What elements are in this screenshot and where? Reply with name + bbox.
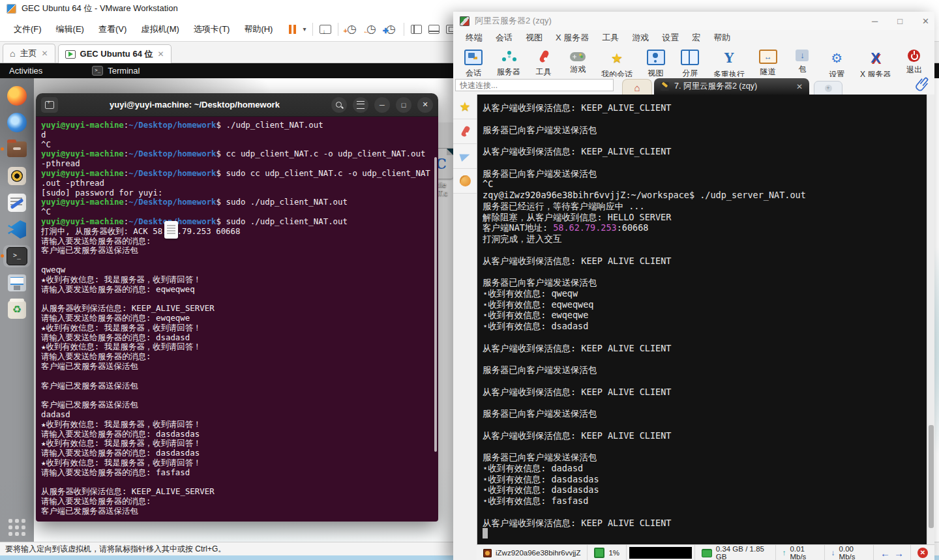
quick-connect-input[interactable] (455, 79, 614, 91)
vmware-status-text: 要将输入定向到该虚拟机，请将鼠标指针移入其中或按 Ctrl+G。 (5, 544, 226, 555)
mobaxterm-menu-item[interactable]: 帮助 (708, 32, 736, 44)
sidebar-macros-plane-button[interactable] (453, 144, 477, 169)
vmware-menu-item[interactable]: 选项卡(T) (186, 23, 237, 35)
terminal-line: 从客户端收到保活信息: KEEP_ALIVE_CLIENT (483, 102, 927, 113)
mobaxterm-menu-item[interactable]: 设置 (656, 32, 685, 44)
show-applications-button[interactable] (0, 519, 34, 537)
mobaxterm-logo-icon (460, 16, 470, 26)
manage-snapshots-icon[interactable]: ◷✚ (384, 23, 397, 35)
pause-dropdown-caret-icon[interactable]: ▾ (303, 25, 306, 33)
toolbar-view-button[interactable]: 视图 (645, 50, 667, 79)
terminal-line: 从客户端收到保活信息: KEEP_ALIVE_CLIENT (483, 387, 927, 398)
terminal-line: ★收到有效信息: 我是服务器，收到请回答！ (41, 342, 438, 352)
mobaxterm-menu-item[interactable]: 游戏 (626, 32, 655, 44)
dock-item-floppy[interactable] (3, 272, 31, 294)
maximize-button[interactable]: □ (396, 97, 411, 113)
menu-button[interactable] (353, 97, 368, 113)
mobaxterm-menu-item[interactable]: 视图 (520, 32, 548, 44)
terminal-scrollbar[interactable] (434, 157, 437, 452)
dock-item-trash[interactable]: ♻ (3, 299, 31, 321)
prev-tab-button[interactable]: ← (880, 548, 890, 559)
toolbar-xserver-button[interactable]: XX 服务器 (860, 50, 891, 80)
server-terminal-area[interactable]: 从客户端收到保活信息: KEEP_ALIVE_CLIENT 服务器已向客户端发送… (477, 95, 927, 544)
vmware-menu-item[interactable]: 查看(V) (91, 23, 134, 35)
terminal-line: ⋆收到有效信息: dsadasd (483, 321, 927, 332)
mobaxterm-menu-item[interactable]: X 服务器 (550, 32, 595, 44)
next-tab-button[interactable]: → (894, 548, 904, 559)
dock-item-vscode[interactable] (3, 218, 31, 241)
vmware-menu-item[interactable]: 编辑(E) (49, 23, 91, 35)
mobaxterm-menu-item[interactable]: 终端 (460, 32, 488, 44)
terminal-line: ⋆收到有效信息: eqweqweq (483, 299, 927, 310)
tab-close-icon[interactable]: ✕ (41, 49, 48, 58)
xserver-icon: X (871, 50, 880, 66)
sidebar-tools-knife-button[interactable] (453, 119, 477, 144)
new-tab-button[interactable] (41, 97, 58, 113)
focused-app[interactable]: >_ Terminal (92, 66, 140, 76)
toolbar-tunnel-button[interactable]: ↔隧道 (757, 50, 779, 78)
toolbar-tools-button[interactable]: 工具 (532, 50, 554, 78)
close-button[interactable]: ✕ (922, 16, 929, 26)
toolbar-package-button[interactable]: ↓包 (791, 50, 813, 75)
send-ctrl-alt-del-icon[interactable] (320, 25, 331, 34)
pause-vm-button[interactable] (289, 25, 296, 34)
sidebar-sessions-star-button[interactable]: ★ (453, 95, 477, 119)
gnome-terminal-headerbar[interactable]: yuyi@yuyi-machine: ~/Desktop/homework ─ … (36, 93, 438, 117)
terminal-line (483, 441, 927, 452)
session-tab-close-icon[interactable]: ✕ (796, 82, 803, 91)
search-button[interactable] (331, 97, 347, 113)
mobaxterm-menu-item[interactable]: 工具 (596, 32, 625, 44)
show-library-icon[interactable] (411, 25, 422, 34)
dock-item-terminal[interactable]: >_ (3, 245, 31, 267)
activities-button[interactable]: Activities (0, 66, 52, 76)
toolbar-games-button[interactable]: 游戏 (567, 50, 589, 75)
dock-item-rhythmbox[interactable] (3, 165, 31, 187)
close-button[interactable]: ✕ (417, 97, 433, 113)
terminal-line: 解除阻塞，从客户端收到信息: HELLO_SERVER (483, 212, 927, 223)
home-tab-button[interactable]: ⌂ (622, 79, 652, 95)
toolbar-servers-button[interactable]: 服务器 (497, 50, 520, 78)
tab-gec-ubuntu[interactable]: GEC Ubuntu 64 位 ✕ (58, 44, 171, 63)
minimize-button[interactable]: ─ (872, 16, 878, 26)
dock-item-thunderbird[interactable] (3, 111, 31, 134)
toolbar-session-button[interactable]: 会话 (462, 50, 484, 79)
desktop-file-icon-partial[interactable] (436, 123, 455, 148)
session-tab-label: 7. 阿里云服务器2 (zqy) (674, 81, 791, 92)
dock-item-text-editor[interactable] (3, 192, 31, 214)
gnome-terminal-body[interactable]: yuyi@yuyi-machine:~/Desktop/homework$ ./… (36, 117, 438, 522)
tab-close-icon[interactable]: ✕ (157, 50, 164, 59)
sidebar-sftp-globe-button[interactable] (453, 169, 477, 194)
take-snapshot-icon[interactable]: ◷+ (345, 23, 358, 35)
paperclip-icon[interactable] (914, 78, 929, 93)
upload-arrow-icon: ↑ (782, 549, 786, 557)
files-icon (7, 141, 27, 157)
stop-session-button[interactable]: ✕ (917, 548, 928, 558)
revert-snapshot-icon[interactable]: ◷← (365, 23, 378, 35)
mobaxterm-menu-item[interactable]: 宏 (686, 32, 706, 44)
vmware-menu-items: 文件(F)编辑(E)查看(V)虚拟机(M)选项卡(T)帮助(H) (7, 23, 280, 35)
toolbar-multiexec-button[interactable]: Y多重执行 (713, 50, 745, 80)
vmware-menu-item[interactable]: 虚拟机(M) (134, 23, 186, 35)
toolbar-exit-button[interactable]: 退出 (903, 50, 925, 76)
toolbar-label: 工具 (535, 66, 551, 78)
mobaxterm-titlebar[interactable]: 阿里云服务器2 (zqy) ─ □ ✕ (453, 12, 934, 30)
session-tab-active[interactable]: 7. 阿里云服务器2 (zqy) ✕ (654, 78, 809, 95)
vmware-menu-item[interactable]: 帮助(H) (237, 23, 280, 35)
maximize-button[interactable]: □ (897, 16, 902, 26)
minimize-button[interactable]: ─ (374, 97, 390, 113)
dock-item-files[interactable] (3, 138, 31, 160)
show-thumbnail-bar-icon[interactable] (428, 25, 440, 34)
dock-item-firefox[interactable] (3, 85, 31, 107)
status-ram-value: 0.34 GB / 1.85 GB (716, 545, 769, 560)
new-session-tab-button[interactable]: + (814, 81, 842, 96)
toolbar-my-sessions-button[interactable]: ★我的会话 (601, 50, 633, 80)
toolbar-settings-button[interactable]: ⚙设置 (826, 50, 848, 80)
toolbar-split-button[interactable]: 分屏 (679, 50, 701, 79)
server-terminal-scrollbar-track[interactable] (927, 95, 934, 544)
mobaxterm-menu-item[interactable]: 会话 (490, 32, 518, 44)
tab-home[interactable]: ⌂ 主页 ✕ (3, 44, 55, 63)
terminal-line: 请输入要发送给服务器的消息: dasdasdas (41, 449, 438, 458)
server-terminal-scrollbar-thumb[interactable] (929, 425, 934, 528)
toolbar-separator (404, 23, 404, 36)
vmware-menu-item[interactable]: 文件(F) (7, 23, 49, 35)
